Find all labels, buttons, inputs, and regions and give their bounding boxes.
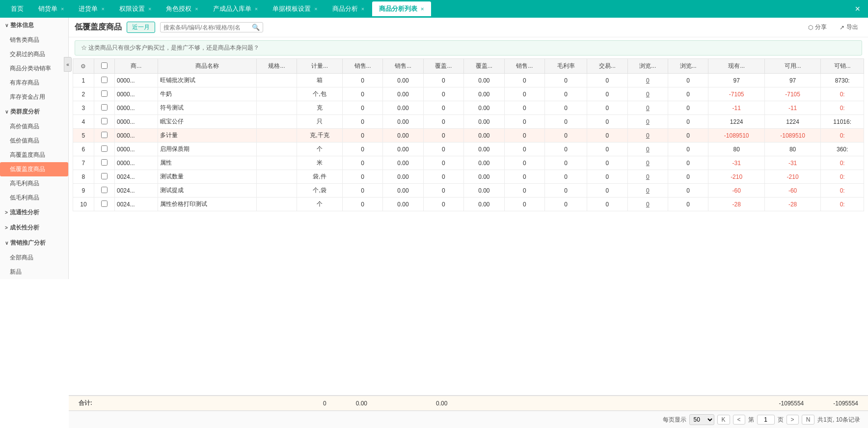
cell-checkbox[interactable]	[94, 170, 114, 184]
cell-checkbox[interactable]	[94, 184, 114, 198]
col-browse1[interactable]: 浏览...	[627, 59, 668, 74]
tab-permission[interactable]: 权限设置 ×	[112, 1, 158, 16]
tab-role-close[interactable]: ×	[195, 6, 198, 12]
row-checkbox[interactable]	[101, 132, 108, 138]
cell-checkbox[interactable]	[94, 87, 114, 101]
col-settings[interactable]: ⚙	[73, 59, 94, 74]
cell-browse1[interactable]: 0	[627, 87, 668, 101]
sidebar-item-stock-capital[interactable]: 库存资金占用	[0, 90, 68, 104]
col-available-stock[interactable]: 可用...	[764, 59, 820, 74]
row-checkbox[interactable]	[101, 200, 108, 207]
cell-browse1[interactable]: 0	[627, 101, 668, 115]
col-unit[interactable]: 计量...	[297, 59, 343, 74]
cell-checkbox[interactable]	[94, 101, 114, 115]
page-number-input[interactable]	[757, 415, 775, 425]
col-checkbox[interactable]	[94, 59, 114, 74]
tab-product-entry[interactable]: 产成品入库单 ×	[206, 1, 265, 16]
sidebar-section-circulation[interactable]: > 流通性分析	[0, 205, 68, 220]
sidebar-item-category-rate[interactable]: 商品分类动销率	[0, 61, 68, 76]
cell-checkbox[interactable]	[94, 143, 114, 156]
col-browse2[interactable]: 浏览...	[668, 59, 708, 74]
tab-product-analysis-close[interactable]: ×	[361, 6, 364, 12]
row-checkbox[interactable]	[101, 104, 108, 111]
col-gross-margin[interactable]: 毛利率	[544, 59, 587, 74]
cell-browse1[interactable]: 0	[627, 129, 668, 143]
tab-role[interactable]: 角色授权 ×	[159, 1, 205, 16]
filter-period-button[interactable]: 近一月	[127, 22, 155, 33]
tab-sales-close[interactable]: ×	[61, 6, 64, 12]
export-button[interactable]: ↗ 导出	[836, 22, 862, 33]
sidebar-item-high-value[interactable]: 高价值商品	[0, 119, 68, 134]
tab-purchase[interactable]: 进货单 ×	[72, 1, 111, 16]
row-checkbox[interactable]	[101, 90, 108, 97]
row-checkbox[interactable]	[101, 145, 108, 152]
cell-name[interactable]: 测试数量	[158, 170, 256, 184]
first-page-button[interactable]: K	[717, 415, 730, 425]
cell-name[interactable]: 测试提成	[158, 184, 256, 198]
sidebar-item-traded-products[interactable]: 交易过的商品	[0, 47, 68, 61]
col-sellable[interactable]: 可销...	[821, 59, 864, 74]
cell-checkbox[interactable]	[94, 115, 114, 129]
col-sales-qty[interactable]: 销售...	[342, 59, 382, 74]
tab-template[interactable]: 单据模板设置 ×	[266, 1, 324, 16]
sidebar-item-stock-products[interactable]: 有库存商品	[0, 76, 68, 90]
col-coverage2[interactable]: 覆盖...	[464, 59, 504, 74]
cell-browse1[interactable]: 0	[627, 198, 668, 211]
cell-browse1[interactable]: 0	[627, 143, 668, 156]
row-checkbox[interactable]	[101, 187, 108, 193]
cell-name[interactable]: 属性	[158, 156, 256, 170]
cell-name[interactable]: 启用保质期	[158, 143, 256, 156]
sidebar-collapse-button[interactable]: «	[64, 57, 72, 72]
cell-browse1[interactable]: 0	[627, 156, 668, 170]
col-sales-amt[interactable]: 销售...	[383, 59, 423, 74]
tab-permission-close[interactable]: ×	[148, 6, 151, 12]
col-coverage1[interactable]: 覆盖...	[423, 59, 463, 74]
col-transaction[interactable]: 交易...	[587, 59, 627, 74]
sidebar-item-low-margin[interactable]: 低毛利商品	[0, 191, 68, 205]
search-input[interactable]	[163, 24, 252, 31]
sidebar-item-low-value[interactable]: 低价值商品	[0, 134, 68, 148]
tab-product-analysis-list-close[interactable]: ×	[421, 6, 424, 12]
settings-icon[interactable]: ⚙	[81, 63, 86, 70]
last-page-button[interactable]: N	[802, 415, 815, 425]
row-checkbox[interactable]	[101, 77, 108, 83]
sidebar-item-sales-products[interactable]: 销售类商品	[0, 33, 68, 47]
tab-sales[interactable]: 销货单 ×	[31, 1, 71, 16]
sidebar-section-cluster[interactable]: ∨ 类群度分析	[0, 104, 68, 119]
next-page-button[interactable]: >	[787, 415, 799, 425]
prev-page-button[interactable]: <	[733, 415, 745, 425]
cell-checkbox[interactable]	[94, 156, 114, 170]
row-checkbox[interactable]	[101, 159, 108, 166]
cell-name[interactable]: 属性价格打印测试	[158, 198, 256, 211]
row-checkbox[interactable]	[101, 173, 108, 179]
cell-name[interactable]: 旺铺批次测试	[158, 74, 256, 87]
sidebar-item-all-products[interactable]: 全部商品	[0, 251, 68, 265]
sidebar-item-high-coverage[interactable]: 高覆盖度商品	[0, 148, 68, 162]
col-spec[interactable]: 规格...	[256, 59, 297, 74]
tab-product-analysis[interactable]: 商品分析 ×	[326, 1, 371, 16]
tab-product-entry-close[interactable]: ×	[255, 6, 258, 12]
sidebar-item-high-margin[interactable]: 高毛利商品	[0, 176, 68, 191]
cell-name[interactable]: 眠宝公仔	[158, 115, 256, 129]
cell-checkbox[interactable]	[94, 129, 114, 143]
cell-browse1[interactable]: 0	[627, 115, 668, 129]
cell-checkbox[interactable]	[94, 74, 114, 87]
tab-product-analysis-list[interactable]: 商品分析列表 ×	[372, 1, 431, 16]
tab-home[interactable]: 首页	[4, 1, 30, 16]
share-button[interactable]: ⬡ 分享	[804, 22, 831, 33]
col-code[interactable]: 商...	[115, 59, 158, 74]
col-name[interactable]: 商品名称	[158, 59, 256, 74]
cell-name[interactable]: 多计量	[158, 129, 256, 143]
select-all-checkbox[interactable]	[101, 62, 108, 69]
window-close-button[interactable]: ×	[851, 3, 864, 15]
cell-browse1[interactable]: 0	[627, 74, 668, 87]
sidebar-item-low-coverage[interactable]: 低覆盖度商品	[0, 162, 68, 176]
cell-name[interactable]: 符号测试	[158, 101, 256, 115]
cell-browse1[interactable]: 0	[627, 184, 668, 198]
cell-checkbox[interactable]	[94, 198, 114, 211]
sidebar-section-marketing[interactable]: ∨ 营销推广分析	[0, 235, 68, 251]
col-current-stock[interactable]: 现有...	[708, 59, 764, 74]
tab-template-close[interactable]: ×	[314, 6, 317, 12]
tab-purchase-close[interactable]: ×	[101, 6, 104, 12]
sidebar-section-growth[interactable]: > 成长性分析	[0, 220, 68, 235]
